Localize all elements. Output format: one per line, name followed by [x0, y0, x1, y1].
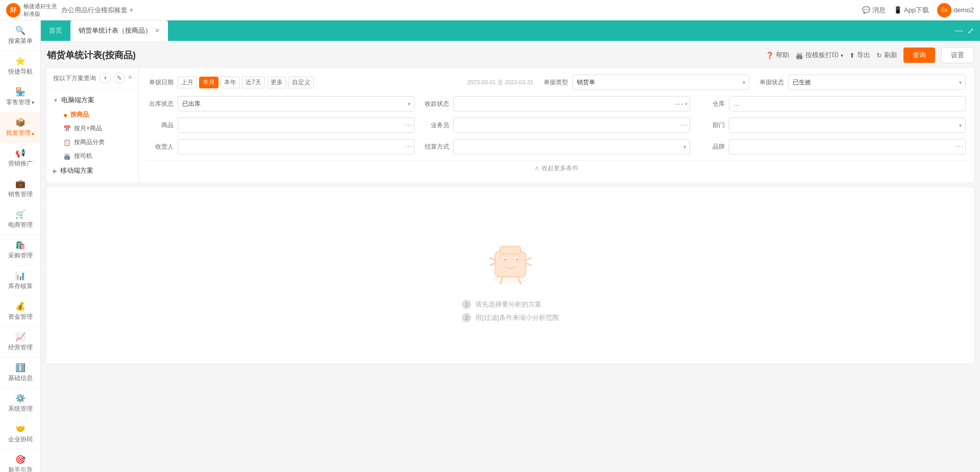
doc-status-select[interactable]: 已生效 [788, 75, 966, 90]
sidebar-item-system[interactable]: ⚙️ 系统管理 [0, 388, 40, 419]
sidebar-item-retail[interactable]: 🏪 零售管理 ▾ [0, 82, 40, 112]
brand-input[interactable] [731, 139, 956, 154]
refresh-btn[interactable]: ↻ 刷新 [876, 51, 897, 60]
sidebar-item-wholesale[interactable]: 📦 批发管理 ▴ [0, 112, 40, 143]
doc-type-label: 单据类型 [542, 78, 568, 87]
tab-close-btn[interactable]: ✕ [155, 27, 160, 34]
tree-child-by-month-product[interactable]: 📅 按月+商品 [57, 122, 138, 135]
page-header: 销货单统计表(按商品) ❓ 帮助 🖨️ 按模板打印 ▾ ⬆ 导出 [47, 47, 974, 63]
brand-filter: 品牌 ⋯ [698, 139, 966, 154]
header-left: 好 畅捷通好生意 标准版 办公用品行业模拟账套 ▾ [6, 3, 133, 17]
tree-child-by-product[interactable]: ● 按商品 [57, 108, 138, 122]
tree-pc-solutions[interactable]: ▼ 电脑端方案 [47, 92, 138, 108]
sidebar-item-search[interactable]: 🔍 搜索菜单 [0, 20, 40, 51]
dept-select[interactable] [729, 117, 966, 133]
date-btn-more[interactable]: 更多 [267, 77, 286, 88]
recipient-more-btn[interactable]: ⋯ [405, 143, 412, 151]
payment-input[interactable] [456, 97, 673, 111]
title-dropdown-icon[interactable]: ▾ [130, 6, 133, 14]
sidebar-item-ecom[interactable]: 🛒 电商管理 [0, 204, 40, 235]
filter-row-4: 收货人 ⋯ 结算方式 [147, 139, 966, 154]
sidebar-item-enterprise[interactable]: 🤝 企业协同 [0, 419, 40, 450]
sidebar-item-basic[interactable]: ℹ️ 基础信息 [0, 358, 40, 388]
date-btn-last-month[interactable]: 上月 [178, 77, 197, 88]
tree-mobile-solutions[interactable]: ▶ 移动端方案 [47, 163, 138, 178]
sidebar-item-operations[interactable]: 📈 经营管理 [0, 327, 40, 358]
tree-child-by-printer[interactable]: 🖨️ 按司机 [57, 149, 138, 163]
product-more-btn[interactable]: ⋯ [405, 121, 412, 129]
tree-child-by-category[interactable]: 📋 按商品分类 [57, 135, 138, 149]
sidebar-item-sales[interactable]: 💼 销售管理 [0, 174, 40, 204]
help-btn[interactable]: ❓ 帮助 [766, 51, 789, 60]
warehouse-select[interactable]: 已出库 [178, 96, 414, 111]
list-icon: 📋 [63, 139, 71, 146]
solution-add-btn[interactable]: + [100, 73, 111, 84]
settlement-filter: 结算方式 ▾ [423, 139, 690, 154]
print-arrow-icon: ▾ [841, 53, 843, 58]
message-icon: 💬 [862, 6, 870, 14]
sidebar-item-label: 经营管理 [8, 343, 33, 352]
print-btn[interactable]: 🖨️ 按模板打印 ▾ [795, 51, 843, 60]
product-control: ⋯ [178, 117, 414, 133]
svg-line-7 [490, 258, 495, 260]
app-download-btn[interactable]: 📱 App下载 [894, 6, 929, 15]
sidebar-item-guide[interactable]: 🎯 新手引导 [0, 450, 40, 472]
tab-maximize-btn[interactable]: ⤢ [967, 26, 974, 36]
refresh-icon: ↻ [876, 52, 882, 59]
settlement-control: ▾ [453, 139, 690, 154]
svg-point-6 [516, 258, 519, 261]
date-btn-custom[interactable]: 自定义 [288, 77, 314, 88]
solution-panel-header: 按以下方案查询 + ✎ « [47, 68, 138, 88]
sidebar-item-quick-nav[interactable]: ⭐ 快捷导航 [0, 51, 40, 82]
solution-edit-btn[interactable]: ✎ [114, 73, 125, 84]
enterprise-icon: 🤝 [15, 424, 26, 434]
salesperson-input[interactable] [456, 118, 680, 132]
retail-icon: 🏪 [15, 87, 26, 97]
message-btn[interactable]: 💬 消息 [862, 6, 886, 15]
empty-hint: 1 请先选择要分析的方案 2 用[过滤]条件来缩小分析范围 [462, 300, 558, 322]
tab-home[interactable]: 首页 [41, 20, 70, 41]
sidebar-item-finance[interactable]: 💰 资金管理 [0, 296, 40, 327]
settings-btn[interactable]: 设置 [941, 47, 974, 63]
salesperson-more-btn[interactable]: ⋯ [680, 121, 688, 129]
doc-type-select[interactable]: 销货单 [572, 75, 750, 90]
sidebar-item-inventory[interactable]: 📊 库存核算 [0, 266, 40, 296]
arrow-icon: ▾ [32, 100, 34, 105]
header-title: 办公用品行业模拟账套 ▾ [61, 6, 133, 15]
inventory-icon: 📊 [15, 271, 26, 280]
sidebar-item-label: 企业协同 [8, 435, 33, 444]
export-btn[interactable]: ⬆ 导出 [849, 51, 870, 60]
dept-label: 部门 [698, 121, 725, 130]
query-btn[interactable]: 查询 [903, 48, 935, 63]
salesperson-filter: 业务员 ⋯ [423, 117, 690, 133]
tab-sales-stat[interactable]: 销货单统计表（按商品） ✕ [70, 20, 168, 41]
hint-num-1: 1 [462, 300, 471, 309]
warehouse2-input[interactable] [729, 96, 966, 111]
sidebar-item-marketing[interactable]: 📢 营销推广 [0, 143, 40, 174]
collapse-filter-btn[interactable]: ∧ 收起更多条件 [147, 160, 966, 176]
brand-more-btn[interactable]: ⋯ [956, 143, 963, 151]
app-icon: 📱 [894, 6, 902, 14]
doc-type-filter: 单据类型 销货单 ▾ [542, 75, 750, 90]
date-btn-this-year[interactable]: 本年 [220, 77, 240, 88]
sidebar-item-label: 快捷导航 [8, 67, 33, 76]
settlement-select[interactable] [453, 139, 690, 154]
dept-filter: 部门 ▾ [698, 117, 966, 133]
recipient-input[interactable] [180, 139, 405, 154]
sidebar-item-label: 库存核算 [8, 282, 33, 291]
main-layout: 🔍 搜索菜单 ⭐ 快捷导航 🏪 零售管理 ▾ 📦 批发管理 ▴ 📢 营销推广 💼… [0, 20, 980, 472]
product-input[interactable] [180, 118, 405, 132]
tab-minimize-btn[interactable]: — [955, 26, 963, 35]
logo-text: 畅捷通好生意 标准版 [23, 3, 57, 17]
sidebar-item-purchase[interactable]: 🛍️ 采购管理 [0, 235, 40, 266]
date-btn-this-month[interactable]: 本月 [199, 77, 218, 88]
svg-line-10 [526, 263, 531, 265]
solution-collapse-btn[interactable]: « [128, 73, 132, 84]
user-menu[interactable]: Ea demo2 [937, 3, 974, 17]
warehouse2-control [729, 96, 966, 111]
product-filter: 商品 ⋯ [147, 117, 414, 133]
payment-more-btn[interactable]: ⋯ [673, 98, 685, 110]
sidebar-item-label: 基础信息 [8, 374, 33, 383]
salesperson-control: ⋯ [453, 117, 690, 133]
date-btn-7days[interactable]: 近7天 [242, 77, 265, 88]
